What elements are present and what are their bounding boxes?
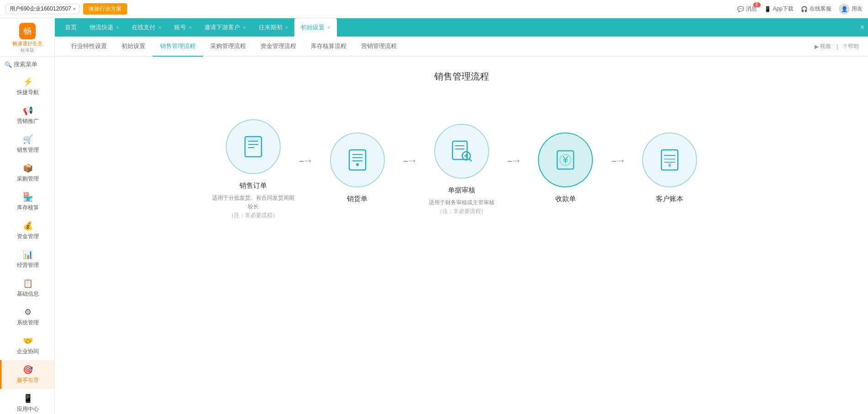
sidebar-item-quick-nav[interactable]: ⚡ 快捷导航: [0, 72, 54, 101]
flow-circle-customer-account[interactable]: ¥: [642, 133, 697, 187]
flow-circle-receipt[interactable]: ¥: [538, 133, 593, 187]
svg-line-14: [469, 159, 471, 161]
sidebar-item-label: 资金管理: [17, 233, 39, 240]
user-selector[interactable]: 用户690企业1660120507 ▾: [5, 4, 80, 14]
top-bar: 用户690企业1660120507 ▾ 体验行业方案 💬 消息 6 📱 App下…: [0, 0, 868, 18]
tab-logistics-label: 物流快递: [90, 23, 113, 32]
sidebar-item-label: 快捷导航: [17, 89, 39, 96]
flow-step-receipt: ¥ 收款单: [524, 133, 607, 207]
sidebar-item-label: 销售管理: [17, 146, 39, 154]
app-download-item[interactable]: 📱 App下载: [764, 5, 793, 13]
sidebar-item-enterprise-collab[interactable]: 🤝 企业协同: [0, 331, 54, 360]
flow-step-sales-order: 销售订单 适用于分批发货、有合同发货周期较长（注：非必要流程）: [212, 119, 294, 220]
sidebar-item-marketing-promo[interactable]: 📢 营销推广: [0, 101, 54, 130]
flow-step-desc-sales-order: 适用于分批发货、有合同发货周期较长（注：非必要流程）: [212, 194, 294, 220]
sub-tab-sales-flow[interactable]: 销售管理流程: [153, 37, 203, 57]
svg-rect-5: [349, 150, 366, 170]
tab-logistics-close[interactable]: ×: [116, 25, 119, 30]
flow-step-title-doc-review: 单据审核: [448, 186, 475, 195]
svg-rect-4: [246, 138, 261, 140]
collab-icon: 🤝: [23, 336, 33, 346]
flow-step-customer-account: ¥ 客户账本: [628, 133, 711, 207]
message-icon: 💬: [737, 6, 744, 12]
tab-initial-setup-label: 初始设置: [301, 23, 325, 32]
sidebar-item-basic-info[interactable]: 📋 基础信息: [0, 274, 54, 303]
tab-initial-setup-close[interactable]: ×: [327, 25, 330, 30]
page-title: 销售管理流程: [73, 70, 850, 83]
tab-initial-setup[interactable]: 初始设置 ×: [294, 18, 336, 37]
top-bar-left: 用户690企业1660120507 ▾ 体验行业方案: [5, 3, 127, 15]
tab-home[interactable]: 首页: [59, 18, 83, 37]
close-all-tabs-icon[interactable]: ×: [860, 23, 864, 32]
tab-account[interactable]: 账号 ×: [168, 18, 198, 37]
flow-circle-sales-invoice[interactable]: [330, 133, 385, 187]
tab-invite-downstream-close[interactable]: ×: [243, 25, 245, 30]
logo-text: 畅康通好生意: [12, 40, 43, 47]
sub-tab-actions: ▶ 视频 | ? 帮助: [815, 42, 859, 50]
tab-period-init[interactable]: 往来期初 ×: [252, 18, 294, 37]
sidebar-item-purchase-mgmt[interactable]: 📦 采购管理: [0, 159, 54, 187]
sidebar-item-label: 系统管理: [17, 319, 39, 327]
search-icon: 🔍: [5, 61, 12, 68]
receipt-icon: ¥: [553, 147, 578, 173]
flow-arrow-1: --→: [294, 154, 316, 167]
sidebar: 畅 畅康通好生意 标准版 🔍 搜索菜单 ⚡ 快捷导航 📢 营销推广 🛒 销售管理…: [0, 18, 55, 414]
page-content: 销售管理流程: [55, 57, 868, 243]
sidebar-item-sales-mgmt[interactable]: 🛒 销售管理: [0, 130, 54, 159]
sidebar-item-inventory[interactable]: 🏪 库存核算: [0, 187, 54, 216]
tab-invite-downstream-label: 邀请下游客户: [204, 23, 240, 32]
flow-circle-sales-order[interactable]: [226, 119, 281, 174]
flow-circle-doc-review[interactable]: [434, 124, 489, 179]
user-name-label: 用友: [852, 5, 863, 13]
sidebar-item-label: 经营管理: [17, 261, 39, 269]
sub-tab-industry-setting[interactable]: 行业特性设置: [64, 37, 114, 57]
sidebar-item-finance-mgmt[interactable]: 💰 资金管理: [0, 216, 54, 245]
sub-tab-marketing-flow[interactable]: 营销管理流程: [354, 37, 404, 57]
svg-text:¥: ¥: [562, 154, 569, 165]
logo-sub: 标准版: [21, 47, 34, 53]
nav-area: 首页 物流快递 × 在线支付 × 账号 × 邀请下游客户 × 往来期初 ×: [55, 18, 868, 414]
customer-account-icon: ¥: [657, 147, 682, 173]
sidebar-logo: 畅 畅康通好生意 标准版: [0, 18, 54, 57]
sub-tab-initial-setup[interactable]: 初始设置: [114, 37, 153, 57]
avatar: 👤: [839, 4, 850, 15]
app-download-icon: 📱: [764, 6, 771, 12]
help-icon: ?: [843, 43, 847, 50]
message-item[interactable]: 💬 消息 6: [737, 5, 757, 13]
sidebar-item-label: 应用中心: [17, 405, 39, 413]
sidebar-item-app-center[interactable]: 📱 应用中心: [0, 389, 54, 414]
sub-tab-purchase-flow[interactable]: 采购管理流程: [203, 37, 253, 57]
tab-period-init-label: 往来期初: [259, 23, 282, 32]
tab-account-close[interactable]: ×: [189, 25, 192, 30]
sub-tab-capital-flow[interactable]: 资金管理流程: [253, 37, 304, 57]
flow-step-doc-review: 单据审核 适用于财务审核或主管审核（注：非必要流程）: [421, 124, 503, 216]
user-item[interactable]: 👤 用友: [839, 4, 863, 15]
sales-order-icon: [240, 134, 266, 159]
sidebar-item-new-guide[interactable]: 🎯 新手引导: [0, 360, 54, 389]
user-selector-label: 用户690企业1660120507: [10, 5, 71, 13]
help-action[interactable]: ? 帮助: [843, 42, 859, 50]
sidebar-item-system-mgmt[interactable]: ⚙ 系统管理: [0, 303, 54, 331]
search-menu-item[interactable]: 🔍 搜索菜单: [0, 57, 54, 72]
tab-period-init-close[interactable]: ×: [285, 25, 288, 30]
finance-icon: 💰: [23, 221, 33, 231]
sidebar-item-operations-mgmt[interactable]: 📊 经营管理: [0, 245, 54, 274]
flow-arrow-3: --→: [503, 154, 525, 167]
system-icon: ⚙: [24, 307, 32, 317]
nav-tabs: 首页 物流快递 × 在线支付 × 账号 × 邀请下游客户 × 往来期初 ×: [55, 18, 868, 37]
tab-online-pay[interactable]: 在线支付 ×: [125, 18, 167, 37]
tab-online-pay-close[interactable]: ×: [158, 25, 161, 30]
online-service-item[interactable]: 🎧 在线客服: [801, 5, 831, 13]
video-action[interactable]: ▶ 视频: [815, 42, 831, 50]
operations-icon: 📊: [23, 249, 33, 260]
tab-logistics[interactable]: 物流快递 ×: [83, 18, 125, 37]
trial-button[interactable]: 体验行业方案: [83, 3, 127, 15]
tab-invite-downstream[interactable]: 邀请下游客户 ×: [198, 18, 252, 37]
inventory-icon: 🏪: [23, 192, 33, 202]
tab-online-pay-label: 在线支付: [132, 23, 155, 32]
sub-tab-inventory-flow[interactable]: 库存核算流程: [304, 37, 354, 57]
video-label: 视频: [820, 42, 831, 50]
tab-account-label: 账号: [174, 23, 186, 32]
video-icon: ▶: [815, 43, 819, 50]
help-label: 帮助: [848, 42, 859, 50]
